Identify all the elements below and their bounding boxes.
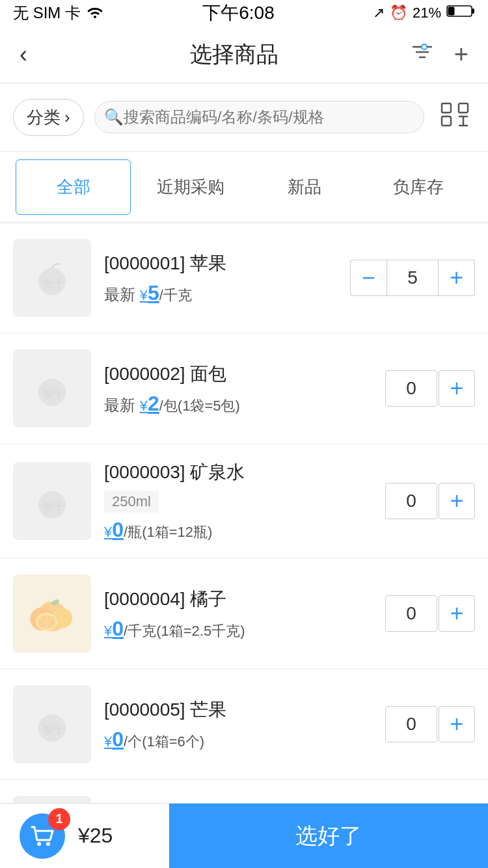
category-chevron: › — [64, 107, 70, 128]
product-image-orange — [13, 575, 91, 653]
search-input[interactable] — [124, 108, 411, 126]
quantity-decrease-button[interactable]: − — [350, 260, 386, 296]
scan-icon[interactable] — [435, 96, 475, 138]
status-left: 无 SIM 卡 — [13, 3, 104, 23]
tab-new[interactable]: 新品 — [247, 160, 361, 214]
svg-point-34 — [46, 842, 50, 846]
tab-all[interactable]: 全部 — [16, 159, 131, 215]
alarm-icon: ⏰ — [390, 5, 407, 21]
svg-rect-9 — [459, 103, 468, 113]
svg-text:智十: 智十 — [43, 500, 64, 512]
quantity-input[interactable] — [385, 370, 437, 407]
add-icon[interactable]: + — [454, 40, 468, 68]
quantity-control: + — [385, 595, 475, 632]
product-price: ¥0/瓶(1箱=12瓶) — [104, 518, 372, 542]
sim-status: 无 SIM 卡 — [13, 3, 81, 23]
cart-total: ¥25 — [78, 824, 113, 848]
product-item: 智十 [0000003] 矿泉水 250ml ¥0/瓶(1箱=12瓶) + — [0, 444, 488, 558]
product-name: [0000001] 苹果 — [104, 251, 337, 276]
svg-point-6 — [422, 44, 427, 49]
quantity-input[interactable] — [386, 260, 439, 296]
category-button[interactable]: 分类 › — [13, 99, 84, 136]
product-image: 智十 — [13, 239, 91, 317]
bottom-bar: 1 ¥25 选好了 — [0, 803, 488, 868]
cart-section: 1 ¥25 — [0, 813, 169, 859]
product-name: [0000002] 面包 — [104, 362, 372, 387]
product-image: 智十 — [13, 462, 91, 540]
product-item: 智十 [0000005] 芒果 ¥0/个(1箱=6个) + — [0, 670, 488, 779]
quantity-increase-button[interactable]: + — [439, 483, 475, 519]
nav-actions: + — [410, 40, 468, 68]
filter-bar: 分类 › 🔍 — [0, 83, 488, 152]
quantity-increase-button[interactable]: + — [439, 595, 475, 632]
quantity-input[interactable] — [385, 706, 437, 742]
svg-rect-1 — [472, 8, 474, 14]
product-image: 智十 — [13, 349, 91, 427]
wifi-icon — [86, 4, 104, 22]
quantity-increase-button[interactable]: + — [439, 260, 475, 296]
svg-text:智十: 智十 — [43, 277, 64, 289]
product-item: [0000004] 橘子 ¥0/千克(1箱=2.5千克) + — [0, 559, 488, 668]
product-price: ¥0/个(1箱=6个) — [104, 727, 372, 752]
product-name: [0000005] 芒果 — [104, 698, 372, 722]
product-price: 最新 ¥2/包(1袋=5包) — [104, 392, 372, 416]
product-info: [0000002] 面包 最新 ¥2/包(1袋=5包) — [104, 362, 372, 416]
status-time: 下午6:08 — [202, 1, 275, 25]
product-image: 智十 — [13, 685, 91, 763]
product-name: [0000003] 矿泉水 — [104, 460, 372, 485]
quantity-control: + — [385, 370, 475, 407]
product-list: 智十 [0000001] 苹果 最新 ¥5/千克 − + 智十 [0000002… — [0, 223, 488, 868]
quantity-control: − + — [350, 260, 475, 296]
svg-rect-8 — [442, 116, 451, 126]
product-name: [0000004] 橘子 — [104, 587, 372, 612]
status-bar: 无 SIM 卡 下午6:08 ↗ ⏰ 21% — [0, 0, 488, 26]
product-info: [0000005] 芒果 ¥0/个(1箱=6个) — [104, 698, 372, 752]
cart-icon-wrap[interactable]: 1 — [20, 813, 65, 859]
filter-icon[interactable] — [410, 42, 435, 68]
svg-text:智十: 智十 — [43, 724, 64, 735]
product-info: [0000004] 橘子 ¥0/千克(1箱=2.5千克) — [104, 587, 372, 641]
product-info: [0000003] 矿泉水 250ml ¥0/瓶(1箱=12瓶) — [104, 460, 372, 542]
quantity-increase-button[interactable]: + — [439, 370, 475, 407]
status-right: ↗ ⏰ 21% — [373, 4, 475, 22]
product-price: ¥0/千克(1箱=2.5千克) — [104, 617, 372, 641]
quantity-increase-button[interactable]: + — [439, 706, 475, 742]
quantity-control: + — [385, 706, 475, 742]
location-icon: ↗ — [373, 5, 385, 21]
svg-text:智十: 智十 — [43, 388, 64, 400]
product-price: 最新 ¥5/千克 — [104, 281, 337, 305]
category-label: 分类 — [27, 106, 61, 129]
page-title: 选择商品 — [190, 40, 278, 70]
tab-bar: 全部 近期采购 新品 负库存 — [0, 152, 488, 223]
cart-badge: 1 — [48, 808, 70, 830]
product-spec: 250ml — [104, 491, 159, 513]
quantity-control: + — [385, 483, 475, 519]
product-item: 智十 [0000002] 面包 最新 ¥2/包(1袋=5包) + — [0, 334, 488, 443]
product-item: 智十 [0000001] 苹果 最新 ¥5/千克 − + — [0, 223, 488, 332]
search-container: 🔍 — [94, 101, 424, 133]
svg-rect-2 — [448, 7, 455, 16]
svg-point-33 — [37, 842, 41, 846]
battery-level: 21% — [413, 5, 441, 21]
confirm-button[interactable]: 选好了 — [169, 804, 488, 868]
battery-icon — [446, 4, 475, 22]
tab-recent[interactable]: 近期采购 — [133, 160, 247, 214]
back-button[interactable]: ‹ — [20, 41, 59, 68]
search-magnifier-icon: 🔍 — [104, 108, 124, 126]
quantity-input[interactable] — [385, 595, 437, 632]
product-info: [0000001] 苹果 最新 ¥5/千克 — [104, 251, 337, 305]
nav-bar: ‹ 选择商品 + — [0, 26, 488, 83]
svg-rect-7 — [442, 103, 451, 113]
tab-negative[interactable]: 负库存 — [361, 160, 475, 214]
quantity-input[interactable] — [385, 483, 437, 519]
